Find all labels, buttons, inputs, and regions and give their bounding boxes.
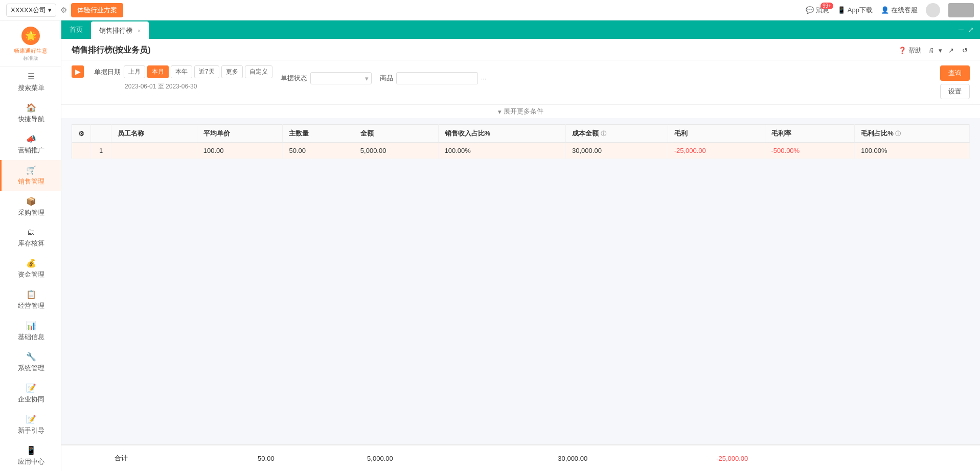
expand-more-label: 展开更多条件 [504, 107, 543, 116]
purchase-icon: 📦 [26, 196, 36, 206]
sidebar-item-label: 库存核算 [18, 239, 44, 248]
finance-icon: 💰 [26, 258, 36, 268]
sidebar-item-label: 资金管理 [18, 270, 44, 279]
sidebar-item-inventory[interactable]: 🗂 库存核算 [0, 222, 61, 253]
main-layout: 🌟 畅康通好生意 标准版 ☰ 搜索菜单 🏠 快捷导航 📣 营销推广 🛒 销售管理… [0, 20, 980, 471]
message-btn[interactable]: 💬 消息 99+ [806, 6, 829, 15]
footer-sales-pct-empty [506, 450, 552, 467]
sidebar-item-app-center[interactable]: 📱 应用中心 [0, 440, 61, 471]
online-service-btn[interactable]: 👤 在线客服 [881, 6, 918, 15]
top-bar-right: 💬 消息 99+ 📱 App下载 👤 在线客服 [806, 3, 974, 17]
sidebar-item-basic-info[interactable]: 📊 基础信息 [0, 316, 61, 347]
company-name: XXXXX公司 [11, 6, 46, 15]
sidebar-item-finance[interactable]: 💰 资金管理 [0, 253, 61, 284]
th-gross-rate: 毛利率 [765, 125, 855, 143]
help-btn[interactable]: ❓ 帮助 [898, 46, 922, 55]
this-year-btn[interactable]: 本年 [171, 65, 192, 78]
tab-maximize-icon[interactable]: ⤢ [968, 26, 974, 34]
sidebar-item-enterprise-coop[interactable]: 📝 企业协同 [0, 378, 61, 409]
table-row: 1 100.00 50.00 5,000.00 100.00% 30,000.0… [72, 143, 970, 159]
refresh-btn[interactable]: ↺ [962, 47, 970, 54]
th-settings[interactable]: ⚙ [72, 125, 91, 143]
sidebar-item-system[interactable]: 🔧 系统管理 [0, 347, 61, 378]
logo-text: 畅康通好生意 [14, 47, 48, 55]
goods-input[interactable] [396, 72, 478, 84]
th-gross: 毛利 [668, 125, 765, 143]
sales-icon: 🛒 [26, 165, 36, 175]
expand-more-btn[interactable]: ▾ 展开更多条件 [61, 104, 980, 118]
sidebar-item-purchase[interactable]: 📦 采购管理 [0, 191, 61, 222]
content-area: 首页 销售排行榜 × ─ ⤢ 销售排行榜(按业务员) ❓ 帮助 [61, 20, 980, 471]
chevron-down-icon: ▾ [48, 6, 52, 14]
print-btn[interactable]: 🖨 ▾ [928, 47, 942, 54]
expand-more-icon: ▾ [498, 108, 502, 116]
avatar[interactable] [926, 3, 940, 17]
tab-sales-ranking-label: 销售排行榜 [99, 26, 132, 35]
th-gross-pct: 毛利占比% ⓘ [855, 125, 970, 143]
sidebar-item-quick-nav[interactable]: 🏠 快捷导航 [0, 98, 61, 129]
cost-info-icon[interactable]: ⓘ [601, 130, 606, 137]
filter-main: ▶ 单据日期 上月 本月 本年 近7天 更多 [61, 60, 980, 104]
sidebar-item-guide[interactable]: 📝 新手引导 [0, 409, 61, 440]
sidebar-item-sales[interactable]: 🛒 销售管理 [0, 160, 61, 191]
last-month-btn[interactable]: 上月 [124, 65, 145, 78]
sidebar-item-label: 销售管理 [18, 177, 44, 186]
status-select-wrapper [310, 72, 372, 84]
sidebar-item-label: 搜索菜单 [18, 83, 44, 93]
status-filter-label: 单据状态 [281, 74, 307, 83]
footer-gross-rate-empty [877, 450, 923, 467]
status-select[interactable] [310, 72, 372, 84]
app-download-label: App下载 [848, 6, 873, 15]
sidebar-item-label: 采购管理 [18, 208, 44, 217]
th-cost: 成本全额 ⓘ [566, 125, 668, 143]
table-container: ⚙ 员工名称 平均单价 主数量 全额 销售收入占比% 成本全额 ⓘ 毛利 [61, 118, 980, 444]
tab-bar-right: ─ ⤢ [959, 26, 980, 34]
logo-sub: 标准版 [23, 55, 38, 62]
sidebar-item-marketing[interactable]: 📣 营销推广 [0, 129, 61, 160]
filter-toggle[interactable]: ▶ [72, 65, 84, 78]
username-area[interactable] [948, 3, 974, 17]
page-content: 销售排行榜(按业务员) ❓ 帮助 🖨 ▾ ↗ [61, 39, 980, 471]
footer-avg-price-empty [205, 450, 252, 467]
th-employee: 员工名称 [111, 125, 197, 143]
tab-minimize-icon[interactable]: ─ [959, 26, 964, 34]
gross-pct-info-icon[interactable]: ⓘ [895, 130, 901, 137]
company-selector[interactable]: XXXXX公司 ▾ [6, 4, 56, 17]
marketing-icon: 📣 [26, 134, 36, 144]
app-center-icon: 📱 [26, 445, 36, 455]
more-date-btn[interactable]: 更多 [221, 65, 243, 78]
app-icon: 📱 [837, 6, 846, 14]
td-gross-rate: -500.00% [765, 143, 855, 159]
data-table: ⚙ 员工名称 平均单价 主数量 全额 销售收入占比% 成本全额 ⓘ 毛利 [72, 124, 970, 159]
custom-date-btn[interactable]: 自定义 [245, 65, 272, 78]
tab-sales-ranking[interactable]: 销售排行榜 × [91, 21, 149, 40]
inventory-icon: 🗂 [27, 228, 35, 237]
settings-icon[interactable]: ⚙ [60, 6, 67, 15]
operations-icon: 📋 [26, 289, 36, 299]
this-month-btn[interactable]: 本月 [147, 65, 169, 78]
export-btn[interactable]: ↗ [948, 47, 956, 54]
td-sales-pct: 100.00% [438, 143, 566, 159]
search-icon: ☰ [28, 72, 35, 81]
td-gross-pct: 100.00% [855, 143, 970, 159]
sidebar-item-operations[interactable]: 📋 经营管理 [0, 284, 61, 316]
footer-amount: 5,000.00 [361, 450, 505, 467]
td-avg-price: 100.00 [197, 143, 283, 159]
goods-more-icon[interactable]: ··· [481, 75, 487, 82]
tab-close-icon[interactable]: × [138, 28, 141, 34]
goods-filter-group: 商品 ··· [380, 72, 487, 84]
td-cost: 30,000.00 [566, 143, 668, 159]
settings-btn[interactable]: 设置 [940, 84, 970, 99]
experience-btn[interactable]: 体验行业方案 [71, 3, 123, 17]
app-download-btn[interactable]: 📱 App下载 [837, 6, 873, 15]
status-filter-group: 单据状态 [281, 72, 372, 84]
last7days-btn[interactable]: 近7天 [194, 65, 219, 78]
tab-home[interactable]: 首页 [61, 20, 91, 39]
query-btn[interactable]: 查询 [940, 65, 970, 81]
footer-empty-1 [72, 450, 88, 467]
sidebar-item-search[interactable]: ☰ 搜索菜单 [0, 66, 61, 98]
sidebar-item-label: 企业协同 [18, 395, 44, 404]
sidebar-item-label: 系统管理 [18, 364, 44, 373]
home-icon: 🏠 [26, 103, 36, 113]
sidebar-item-label: 应用中心 [18, 457, 44, 466]
